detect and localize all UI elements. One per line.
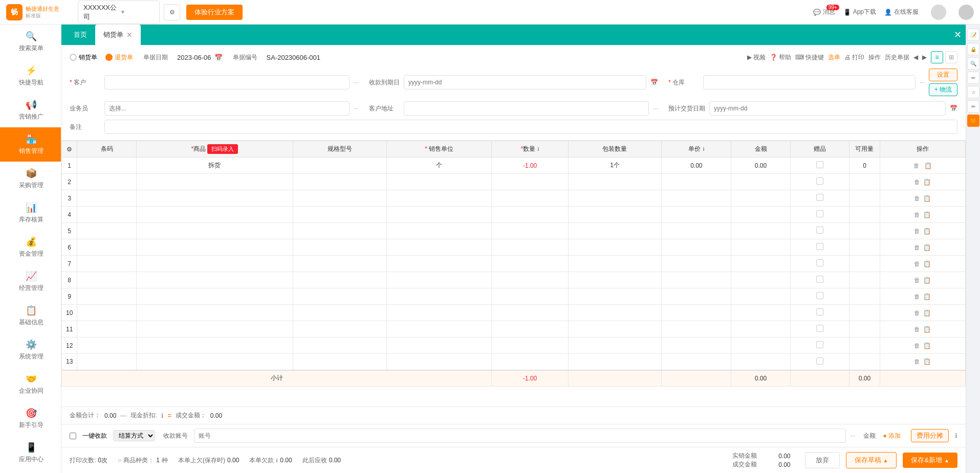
delete-row-12[interactable]: 🗑 [914, 342, 920, 349]
rp-edit-btn[interactable]: 📝 [967, 29, 979, 41]
copy-row-10[interactable]: 📋 [923, 309, 931, 317]
sidebar-item-apps[interactable]: 📱 应用中心 [0, 436, 61, 470]
rp-pencil-btn[interactable]: ✏ [967, 100, 979, 112]
sidebar-item-basic[interactable]: 📋 基础信息 [0, 299, 61, 333]
gift-checkbox-12[interactable] [816, 341, 823, 348]
gift-checkbox-10[interactable] [816, 308, 823, 316]
settings-btn[interactable]: 设置 [929, 69, 957, 81]
copy-row-6[interactable]: 📋 [923, 244, 931, 251]
operations-btn[interactable]: 操作 [868, 53, 881, 62]
next-btn[interactable]: ▶ [922, 54, 927, 61]
sidebar-item-quick-nav[interactable]: ⚡ 快捷导航 [0, 59, 61, 93]
gift-checkbox-11[interactable] [816, 325, 823, 332]
scan-btn[interactable]: 扫码录入 [207, 144, 238, 154]
copy-row-3[interactable]: 📋 [923, 195, 931, 202]
delete-row-9[interactable]: 🗑 [914, 293, 920, 300]
gift-checkbox-3[interactable] [816, 194, 823, 201]
delete-row-1[interactable]: 🗑 [913, 162, 920, 169]
delete-row-13[interactable]: 🗑 [914, 358, 920, 365]
user-avatar[interactable] [931, 5, 946, 20]
app-download-btn[interactable]: 📱 App下载 [843, 8, 876, 16]
warehouse-input[interactable]: 建材仓 [703, 75, 916, 89]
gift-checkbox-8[interactable] [816, 276, 823, 283]
account-input[interactable] [194, 429, 846, 443]
delete-row-11[interactable]: 🗑 [914, 326, 920, 333]
video-btn[interactable]: ▶ 视频 [747, 53, 766, 62]
expense-info-icon[interactable]: ℹ [955, 432, 957, 439]
copy-row-9[interactable]: 📋 [923, 293, 931, 300]
payment-date-input[interactable] [404, 75, 646, 89]
sidebar-item-search[interactable]: 🔍 搜索菜单 [0, 25, 61, 59]
gift-checkbox-7[interactable] [816, 259, 823, 266]
view-grid-btn[interactable]: ⊞ [945, 51, 957, 63]
tab-sales-order[interactable]: 销货单 ✕ [95, 25, 141, 45]
copy-row-13[interactable]: 📋 [923, 358, 931, 365]
add-btn[interactable]: ● 添加 [883, 432, 901, 440]
copy-row-12[interactable]: 📋 [923, 342, 931, 349]
customer-input[interactable] [104, 75, 350, 89]
help-btn[interactable]: ❓ 帮助 [770, 53, 791, 62]
save-new-btn[interactable]: 保存&新增 ▲ [903, 453, 957, 468]
gift-checkbox-4[interactable] [816, 210, 823, 217]
sidebar-item-sales[interactable]: 🏪 销售管理 [0, 127, 61, 162]
save-draft-btn[interactable]: 保存草稿 ▲ [846, 452, 897, 468]
warehouse-dots[interactable]: ··· [920, 79, 925, 86]
delete-row-8[interactable]: 🗑 [914, 277, 920, 284]
copy-row-1[interactable]: 📋 [924, 162, 932, 169]
tab-close-icon[interactable]: ✕ [126, 31, 133, 39]
delete-row-4[interactable]: 🗑 [914, 211, 920, 218]
online-support-btn[interactable]: 👤 在线客服 [884, 8, 919, 16]
logistics-btn[interactable]: + 物流 [929, 83, 957, 96]
radio-return[interactable]: 退货单 [105, 53, 133, 62]
delete-row-6[interactable]: 🗑 [914, 244, 920, 251]
calc-method-select[interactable]: 结算方式 [113, 430, 155, 441]
gift-checkbox-5[interactable] [816, 227, 823, 234]
customer-dots[interactable]: ··· [354, 79, 359, 86]
gift-checkbox-2[interactable] [816, 177, 823, 185]
print-btn[interactable]: 🖨 打印 [844, 53, 864, 62]
prev-btn[interactable]: ◀ [913, 54, 918, 61]
account-dots[interactable]: ··· [850, 432, 855, 439]
copy-row-11[interactable]: 📋 [923, 326, 931, 333]
rp-lock-btn[interactable]: 🔒 [967, 43, 979, 55]
company-selector[interactable]: XXXXXX公司 ▼ [78, 1, 160, 24]
select-btn[interactable]: 选单 [828, 53, 840, 62]
copy-row-5[interactable]: 📋 [923, 228, 931, 235]
sidebar-item-purchase[interactable]: 📦 采购管理 [0, 162, 61, 196]
radio-sales[interactable]: 销货单 [70, 53, 97, 62]
rp-star-btn[interactable]: ☆ [967, 86, 979, 98]
copy-row-7[interactable]: 📋 [923, 260, 931, 267]
one-click-pay-checkbox[interactable] [70, 433, 76, 439]
delete-row-7[interactable]: 🗑 [914, 260, 920, 267]
shortcut-btn[interactable]: ⌨ 快捷键 [795, 53, 824, 62]
delivery-calendar-icon[interactable]: 📅 [950, 105, 957, 112]
sidebar-item-inventory[interactable]: 📊 库存核算 [0, 196, 61, 230]
history-btn[interactable]: 历史单据 [885, 53, 909, 62]
expense-btn[interactable]: 费用分摊 [911, 429, 949, 442]
sidebar-item-operations[interactable]: 📈 经营管理 [0, 264, 61, 299]
rp-orange-btn[interactable]: 🧡 [967, 115, 979, 127]
sidebar-item-enterprise[interactable]: 🤝 企业协同 [0, 367, 61, 401]
delete-row-2[interactable]: 🗑 [914, 178, 920, 186]
view-list-btn[interactable]: ≡ [931, 51, 943, 63]
sidebar-item-marketing[interactable]: 📢 营销推广 [0, 93, 61, 127]
discount-info-icon[interactable]: ℹ [161, 412, 164, 419]
gift-checkbox-13[interactable] [816, 357, 823, 365]
rp-note-btn[interactable]: ✏ [967, 72, 979, 84]
user-avatar-2[interactable] [959, 5, 974, 20]
rp-search-btn[interactable]: 🔍 [967, 57, 979, 70]
salesperson-input[interactable] [104, 101, 350, 116]
delivery-date-input[interactable] [709, 101, 946, 116]
gift-checkbox-6[interactable] [816, 243, 823, 250]
sidebar-item-system[interactable]: ⚙️ 系统管理 [0, 333, 61, 367]
message-btn[interactable]: 💬 消息 99+ [813, 8, 835, 16]
product-type-radio[interactable]: ○ [118, 457, 121, 464]
abandon-btn[interactable]: 放弃 [805, 452, 840, 468]
sidebar-item-guide[interactable]: 🎯 新手引导 [0, 401, 61, 436]
gift-checkbox-1[interactable] [816, 161, 823, 168]
sidebar-item-wechat[interactable]: 💬 企业微信 [0, 470, 61, 473]
settings-button[interactable]: ⚙ [164, 4, 180, 20]
tab-home[interactable]: 首页 [66, 25, 95, 45]
copy-row-8[interactable]: 📋 [923, 277, 931, 284]
copy-row-4[interactable]: 📋 [923, 211, 931, 218]
